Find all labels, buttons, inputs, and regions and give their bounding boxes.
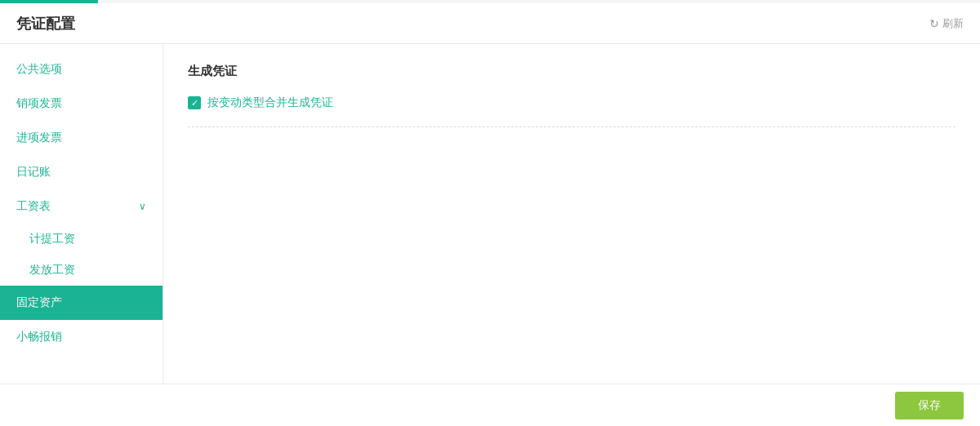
sidebar-item-label: 计提工资	[29, 232, 75, 245]
sidebar-item-label: 进项发票	[16, 131, 62, 145]
merge-checkbox[interactable]: ✓	[188, 96, 201, 109]
section-divider	[188, 126, 956, 127]
sidebar-item-label: 固定资产	[16, 295, 62, 310]
refresh-label: 刷新	[942, 16, 964, 31]
sidebar-item-label: 日记账	[16, 165, 51, 180]
checkbox-row: ✓ 按变动类型合并生成凭证	[188, 95, 956, 110]
sidebar-item-label: 公共选项	[16, 62, 62, 77]
sidebar-item-fixed-assets[interactable]: 固定资产	[0, 286, 163, 320]
content-area: 生成凭证 ✓ 按变动类型合并生成凭证	[163, 44, 980, 384]
section-title: 生成凭证	[188, 64, 956, 79]
page-wrapper: 凭证配置 ↻ 刷新 公共选项 销项发票 进项发票 日记账 工资表 ∨	[0, 0, 980, 426]
sidebar-item-label: 工资表	[16, 199, 51, 214]
sidebar-item-journal[interactable]: 日记账	[0, 155, 163, 189]
sidebar-item-public[interactable]: 公共选项	[0, 52, 163, 87]
top-tab-active	[0, 0, 98, 3]
page-title: 凭证配置	[16, 14, 75, 33]
sidebar: 公共选项 销项发票 进项发票 日记账 工资表 ∨ 计提工资 发放工资	[0, 44, 163, 384]
sidebar-item-sales-invoice[interactable]: 销项发票	[0, 87, 163, 121]
sidebar-item-label: 小畅报销	[16, 330, 62, 344]
checkmark-icon: ✓	[191, 99, 198, 108]
refresh-button[interactable]: ↻ 刷新	[929, 16, 964, 31]
sidebar-item-expense[interactable]: 小畅报销	[0, 320, 163, 354]
sidebar-item-label: 发放工资	[29, 263, 75, 276]
header: 凭证配置 ↻ 刷新	[0, 3, 980, 44]
refresh-icon: ↻	[929, 17, 939, 30]
chevron-down-icon: ∨	[139, 201, 146, 212]
sidebar-item-purchase-invoice[interactable]: 进项发票	[0, 121, 163, 155]
footer: 保存	[0, 384, 980, 426]
main-layout: 公共选项 销项发票 进项发票 日记账 工资表 ∨ 计提工资 发放工资	[0, 44, 980, 384]
sidebar-item-label: 销项发票	[16, 96, 62, 111]
top-tab-bar	[0, 0, 980, 3]
sidebar-item-payroll[interactable]: 工资表 ∨	[0, 189, 163, 224]
sidebar-item-calc-payroll[interactable]: 计提工资	[0, 224, 163, 255]
sidebar-item-dist-payroll[interactable]: 发放工资	[0, 255, 163, 286]
save-button[interactable]: 保存	[895, 392, 964, 419]
checkbox-label: 按变动类型合并生成凭证	[207, 95, 333, 110]
